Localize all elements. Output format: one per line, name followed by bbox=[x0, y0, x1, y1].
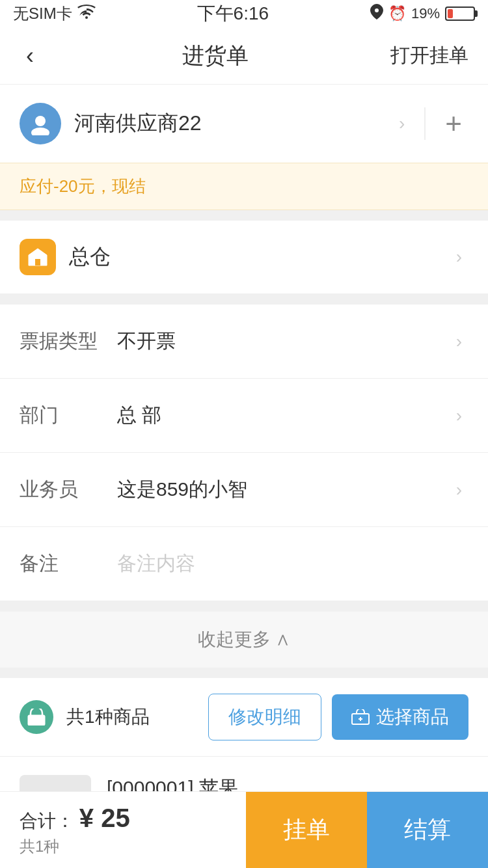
total-section: 合计： ¥ 25 共1种 bbox=[0, 804, 246, 857]
network-label: 无SIM卡 bbox=[13, 3, 72, 24]
status-bar: 无SIM卡 下午6:16 ⏰ 19% bbox=[0, 0, 488, 27]
status-left: 无SIM卡 bbox=[13, 3, 96, 24]
invoice-type-value: 不开票 bbox=[111, 328, 456, 355]
notice-banner: 应付-20元，现结 bbox=[0, 163, 488, 210]
warehouse-icon bbox=[20, 239, 56, 275]
svg-rect-3 bbox=[28, 715, 45, 726]
status-time: 下午6:16 bbox=[197, 1, 269, 26]
salesperson-chevron-icon: › bbox=[456, 480, 462, 500]
salesperson-row[interactable]: 业务员 这是859的小智 › bbox=[0, 453, 488, 527]
main-content: 河南供应商22 › + 应付-20元，现结 总仓 › 票据类型 不开票 bbox=[0, 85, 488, 868]
total-label: 合计： bbox=[20, 811, 74, 831]
status-right: ⏰ 19% bbox=[370, 4, 475, 23]
notice-text: 应付-20元，现结 bbox=[20, 176, 146, 196]
location-icon bbox=[370, 4, 383, 23]
product-count: 共1种商品 bbox=[66, 705, 208, 729]
supplier-divider bbox=[424, 107, 426, 140]
svg-rect-2 bbox=[35, 259, 40, 265]
warehouse-row[interactable]: 总仓 › bbox=[0, 221, 488, 294]
department-row[interactable]: 部门 总 部 › bbox=[0, 379, 488, 453]
note-label: 备注 bbox=[20, 550, 111, 577]
invoice-type-row[interactable]: 票据类型 不开票 › bbox=[0, 305, 488, 379]
select-product-button[interactable]: 选择商品 bbox=[332, 694, 468, 740]
back-button[interactable]: ‹ bbox=[20, 36, 40, 76]
collapse-button[interactable]: 收起更多 ∧ bbox=[0, 612, 488, 668]
invoice-chevron-icon: › bbox=[456, 331, 462, 352]
modify-detail-button[interactable]: 修改明细 bbox=[208, 694, 321, 740]
supplier-avatar bbox=[20, 103, 61, 144]
wifi-icon bbox=[77, 5, 96, 23]
add-supplier-button[interactable]: + bbox=[439, 107, 468, 140]
hang-order-button[interactable]: 挂单 bbox=[246, 792, 367, 869]
supplier-name: 河南供应商22 bbox=[74, 109, 399, 138]
invoice-type-label: 票据类型 bbox=[20, 328, 111, 355]
salesperson-label: 业务员 bbox=[20, 476, 111, 503]
total-sub: 共1种 bbox=[20, 836, 226, 857]
supplier-row[interactable]: 河南供应商22 › + bbox=[0, 85, 488, 163]
department-label: 部门 bbox=[20, 402, 111, 429]
product-header: 共1种商品 修改明细 选择商品 bbox=[0, 678, 488, 757]
select-product-label: 选择商品 bbox=[376, 705, 449, 729]
warehouse-chevron-icon: › bbox=[456, 247, 462, 267]
supplier-section: 河南供应商22 › + 应付-20元，现结 bbox=[0, 85, 488, 210]
chevron-right-icon: › bbox=[399, 113, 405, 134]
page-title: 进货单 bbox=[182, 41, 249, 71]
battery-icon bbox=[445, 7, 475, 21]
note-row[interactable]: 备注 备注内容 bbox=[0, 527, 488, 601]
form-section: 票据类型 不开票 › 部门 总 部 › 业务员 这是859的小智 › 备注 备注… bbox=[0, 305, 488, 601]
settle-button[interactable]: 结算 bbox=[367, 792, 488, 869]
warehouse-section: 总仓 › bbox=[0, 221, 488, 294]
note-placeholder: 备注内容 bbox=[111, 550, 468, 577]
product-section-icon bbox=[20, 700, 53, 734]
salesperson-value: 这是859的小智 bbox=[111, 476, 456, 503]
department-chevron-icon: › bbox=[456, 405, 462, 426]
alarm-icon: ⏰ bbox=[388, 5, 406, 22]
battery-label: 19% bbox=[411, 5, 440, 22]
bottom-bar: 合计： ¥ 25 共1种 挂单 结算 bbox=[0, 791, 488, 868]
open-hang-button[interactable]: 打开挂单 bbox=[390, 42, 468, 69]
total-amount: ¥ 25 bbox=[79, 804, 130, 832]
warehouse-name: 总仓 bbox=[69, 243, 456, 271]
department-value: 总 部 bbox=[111, 402, 456, 429]
svg-point-1 bbox=[31, 128, 49, 135]
svg-point-0 bbox=[35, 116, 46, 126]
nav-bar: ‹ 进货单 打开挂单 bbox=[0, 27, 488, 85]
